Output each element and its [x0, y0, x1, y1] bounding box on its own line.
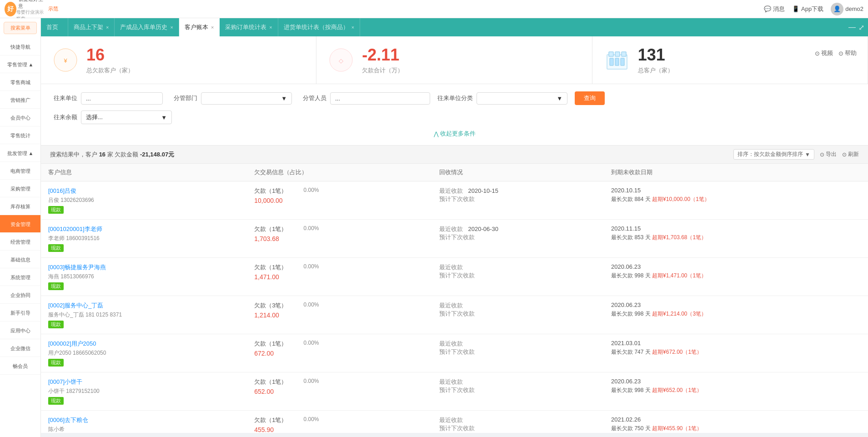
sidebar-item-purchase[interactable]: 采购管理 [0, 180, 40, 197]
sidebar-item-finance[interactable]: 资金管理 [0, 215, 40, 233]
overdue-link-0[interactable]: 超期¥10,000.00（1笔） [652, 196, 710, 202]
collapse-button[interactable]: ⋀ 收起更多条件 [50, 130, 859, 138]
debt-amount-2[interactable]: 1,471.00 [254, 273, 287, 281]
customer-name-4[interactable]: [000002]用户2050 [48, 340, 240, 348]
sidebar-item-enterprise-wechat[interactable]: 企业微信 [0, 339, 40, 357]
search-button[interactable]: 查询 [575, 91, 605, 105]
tab-instock-stats[interactable]: 进货单统计表（按商品） × [278, 18, 360, 36]
sidebar-item-batch-mgmt[interactable]: 批发管理 ▲ [0, 144, 40, 162]
sidebar-item-new-guide[interactable]: 新手引导 [0, 304, 40, 321]
debt-amount-5[interactable]: 652.00 [254, 388, 287, 395]
col-due-date: 到期未收款日期 [604, 164, 868, 181]
customer-name-2[interactable]: [0003]畅捷服务尹海燕 [48, 263, 240, 271]
sidebar-item-ecommerce[interactable]: 电商管理 [0, 162, 40, 180]
search-menu-button[interactable]: 搜索菜单 [4, 22, 37, 34]
overdue-link-6[interactable]: 超期¥455.90（1笔） [652, 425, 702, 432]
quick-nav-label: 快捷导航 [3, 44, 38, 50]
message-button[interactable]: 💬 消息 [764, 5, 785, 13]
export-label: 导出 [826, 151, 837, 158]
stat-total-customers: 131 总客户（家） ⊙ 视频 ⊙ 帮助 [592, 36, 868, 84]
sidebar-item-system[interactable]: 系统管理 [0, 268, 40, 286]
overdue-link-1[interactable]: 超期¥1,703.68（1笔） [652, 234, 707, 241]
customer-name-3[interactable]: [0002]服务中心_丁磊 [48, 301, 240, 310]
debt-count-0: 欠款（1笔） [254, 187, 287, 195]
app-download-button[interactable]: 📱 App下载 [792, 5, 823, 13]
customer-name-5[interactable]: [0007]小饼干 [48, 378, 240, 386]
user-menu[interactable]: 👤 demo2 [831, 3, 863, 15]
sidebar-item-marketing[interactable]: 营销推广 [0, 91, 40, 109]
overdue-link-3[interactable]: 超期¥1,214.00（3笔） [652, 311, 707, 317]
tab-purchase-order[interactable]: 采购订单统计表 × [220, 18, 278, 36]
overdue-link-5[interactable]: 超期¥652.00（1笔） [652, 387, 702, 393]
cell-customer-1: [0001020001]李老师 李老师 18600391516 现款 [41, 220, 247, 258]
tab-product-offshelf-close[interactable]: × [106, 25, 109, 30]
tab-product-instock[interactable]: 产成品入库单历史 × [115, 18, 179, 36]
overdue-link-2[interactable]: 超期¥1,471.00（1笔） [652, 272, 707, 279]
debt-amount-0[interactable]: 10,000.00 [254, 197, 287, 204]
owing-customers-number: 16 [86, 45, 305, 65]
table-header-row: 客户信息 欠交易信息（占比） 回收情况 到期未收款日期 [41, 164, 868, 181]
debt-cell-5: 欠款（1笔） 652.00 0.00% [254, 378, 425, 395]
overdue-link-4[interactable]: 超期¥672.00（1笔） [652, 349, 702, 355]
svg-rect-7 [622, 52, 626, 56]
export-button[interactable]: ⊙ 导出 [820, 151, 837, 158]
customer-name-0[interactable]: [0016]吕俊 [48, 187, 240, 195]
customer-count: 16 [99, 151, 105, 158]
sidebar-item-retail-mall[interactable]: 零售商城 [0, 73, 40, 91]
svg-text:◇: ◇ [339, 57, 343, 64]
svg-rect-10 [621, 58, 624, 65]
help-action[interactable]: ⊙ 帮助 [838, 49, 857, 57]
tab-minimize-button[interactable]: — [848, 23, 856, 31]
sidebar-item-vip[interactable]: 畅会员 [0, 357, 40, 375]
customer-name-6[interactable]: [0006]去下粮仓 [48, 416, 240, 424]
tab-home[interactable]: 首页 [41, 18, 68, 36]
debt-pct-2: 0.00% [303, 263, 319, 270]
tab-purchase-order-close[interactable]: × [269, 25, 272, 30]
debt-count-area-5: 欠款（1笔） 652.00 [254, 378, 287, 395]
filter-row-1: 往来单位 ... 分管部门 ▼ [50, 91, 859, 105]
balance-dropdown[interactable]: 选择... ▼ [81, 111, 172, 124]
dept-dropdown[interactable]: ▼ [201, 92, 292, 105]
sort-dropdown[interactable]: 排序：按欠款金额倒序排序 ▼ [733, 149, 814, 160]
sidebar-item-basic-info[interactable]: 基础信息 [0, 251, 40, 268]
sidebar-item-inventory[interactable]: 库存核算 [0, 197, 40, 215]
debt-amount-1[interactable]: 1,703.68 [254, 235, 287, 242]
debt-amount-3[interactable]: 1,214.00 [254, 311, 287, 319]
table-row: [0001020001]李老师 李老师 18600391516 现款 欠款（1笔… [41, 220, 868, 258]
from-unit-input[interactable]: ... [81, 92, 163, 105]
message-icon: 💬 [764, 5, 771, 12]
sidebar-item-retail-mgmt[interactable]: 零售管理 ▲ [0, 55, 40, 73]
tab-instock-stats-close[interactable]: × [351, 25, 354, 30]
sidebar-item-operation[interactable]: 经营管理 [0, 233, 40, 251]
main-layout: 搜索菜单 快捷导航 零售管理 ▲ 零售商城 营销推广 会员中心 零售统计 批发管… [0, 18, 868, 437]
tab-product-instock-close[interactable]: × [170, 25, 173, 30]
sidebar-item-app-center[interactable]: 应用中心 [0, 321, 40, 339]
collection-info-0: 最近收款 2020-10-15 [439, 187, 597, 195]
from-unit-label: 往来单位 [50, 94, 77, 102]
manager-input[interactable]: ... [330, 92, 430, 105]
customer-name-1[interactable]: [0001020001]李老师 [48, 225, 240, 233]
collection-info-3: 最近收款 [439, 301, 597, 310]
last-collection-label-0: 最近收款 [439, 187, 463, 194]
sort-label: 排序：按欠款金额倒序排序 [738, 151, 803, 158]
refresh-button[interactable]: ⊙ 刷新 [842, 151, 859, 158]
due-date-6: 2021.02.26 [611, 416, 861, 423]
sidebar-item-member-center[interactable]: 会员中心 [0, 109, 40, 126]
tab-customer-account[interactable]: 客户账本 × [179, 18, 220, 36]
last-collection-label-1: 最近收款 [439, 226, 463, 232]
debt-amount-4[interactable]: 672.00 [254, 350, 287, 357]
cell-due-date-1: 2020.11.15 最长欠款 853 天 超期¥1,703.68（1笔） [604, 220, 868, 258]
app-download-label: App下载 [801, 5, 823, 13]
sidebar-item-retail-stats[interactable]: 零售统计 [0, 126, 40, 144]
col-customer-info: 客户信息 [41, 164, 247, 181]
total-customers-label: 总客户（家） [638, 66, 808, 75]
debt-count-3: 欠款（3笔） [254, 301, 287, 310]
tab-product-offshelf[interactable]: 商品上下架 × [68, 18, 115, 36]
unit-classify-dropdown[interactable]: ▼ [477, 92, 567, 105]
sidebar-item-enterprise[interactable]: 企业协同 [0, 286, 40, 304]
tab-maximize-button[interactable]: ⤢ [858, 23, 864, 32]
debt-amount-6[interactable]: 455.90 [254, 426, 287, 433]
sidebar-item-quick-nav[interactable]: 快捷导航 [0, 38, 40, 55]
tab-customer-account-close[interactable]: × [211, 25, 214, 30]
video-action[interactable]: ⊙ 视频 [815, 49, 833, 57]
